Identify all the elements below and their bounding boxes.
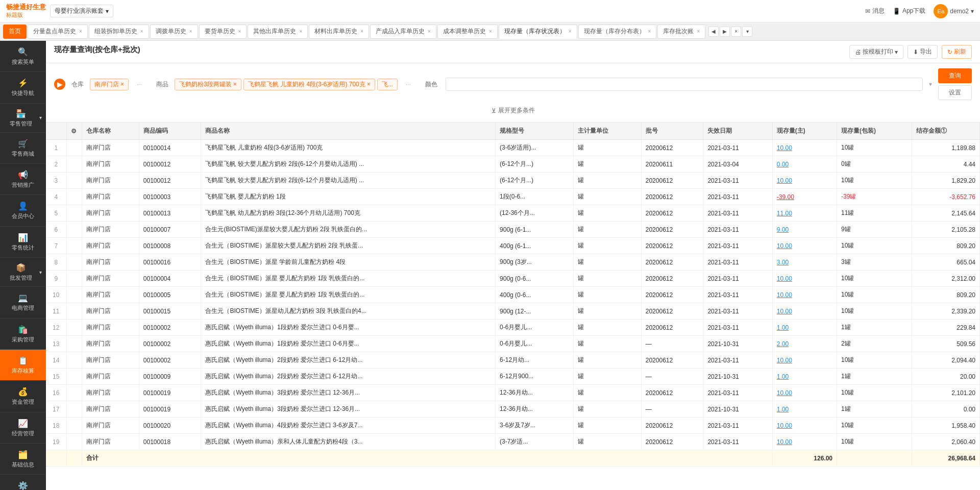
user-area[interactable]: Ea demo2 ▾ — [934, 4, 974, 18]
cell-stock-main[interactable]: 9.00 — [772, 222, 837, 238]
sidebar-item-member[interactable]: 👤 会员中心 — [0, 195, 46, 226]
cell-stock-pkg: 11罐 — [837, 205, 912, 222]
sidebar-item-wholesale[interactable]: 📦 批发管理 ▾ — [0, 258, 46, 287]
sidebar-item-retail-shop[interactable]: 🛒 零售商城 — [0, 133, 46, 164]
tab-requisition[interactable]: 要货单历史 × — [199, 24, 247, 39]
cell-stock-main[interactable]: -39.00 — [772, 189, 837, 205]
close-icon[interactable]: × — [360, 29, 363, 34]
expand-arrow-btn[interactable]: ▶ — [54, 79, 65, 90]
cell-stock-main[interactable]: 10.00 — [772, 173, 837, 189]
color-filter-label: 颜色 — [425, 80, 437, 89]
refresh-label: 刷新 — [954, 47, 966, 56]
tab-close-btn[interactable]: × — [731, 27, 741, 37]
sidebar-item-retail[interactable]: 🏪 零售管理 ▾ — [0, 104, 46, 133]
sidebar-item-purchase[interactable]: 🛍️ 采购管理 — [0, 318, 46, 350]
cell-product-code: 00100002 — [139, 320, 201, 336]
cell-spec: 900g (0-6... — [496, 271, 574, 287]
username: demo2 — [950, 8, 969, 15]
cell-stock-main[interactable]: 10.00 — [772, 418, 837, 434]
tab-menu-btn[interactable]: ▾ — [742, 27, 752, 37]
message-btn[interactable]: ✉ 消息 — [865, 7, 885, 15]
tab-disassemble[interactable]: 组装拆卸单历史 × — [89, 24, 149, 39]
cell-stock-main[interactable]: 3.00 — [772, 254, 837, 271]
cell-stock-main[interactable]: 10.00 — [772, 303, 837, 320]
cell-setting — [66, 156, 82, 173]
close-icon[interactable]: × — [238, 29, 241, 34]
tab-inventory-dist[interactable]: 现存量（库存分布表） × — [578, 24, 657, 39]
cell-unit: 罐 — [573, 140, 641, 156]
setting-button[interactable]: 设置 — [938, 85, 972, 100]
tab-batch-voucher[interactable]: 库存批次账 × — [657, 24, 705, 39]
close-icon[interactable]: × — [140, 29, 143, 34]
color-dropdown-icon[interactable]: ▾ — [929, 81, 932, 88]
operations-icon: 📈 — [18, 419, 28, 428]
warehouse-tag-close-icon[interactable]: × — [120, 81, 124, 88]
product-tag-0[interactable]: 飞鹤奶粉3段两罐装 × — [175, 79, 241, 90]
close-icon[interactable]: × — [189, 29, 192, 34]
cell-stock-main[interactable]: 10.00 — [772, 287, 837, 303]
cell-stock-main[interactable]: 11.00 — [772, 205, 837, 222]
cell-unit: 罐 — [573, 352, 641, 369]
product-tag-more[interactable]: 飞... — [377, 79, 398, 90]
product-tag-1-close[interactable]: × — [367, 81, 371, 88]
sidebar-item-system[interactable]: ⚙️ 系统管理 — [0, 475, 46, 490]
tab-next-btn[interactable]: ▶ — [720, 27, 730, 37]
cell-stock-main[interactable]: 10.00 — [772, 385, 837, 401]
cell-stock-main[interactable]: 1.00 — [772, 320, 837, 336]
close-icon[interactable]: × — [299, 29, 302, 34]
refresh-btn[interactable]: ↻ 刷新 — [942, 45, 972, 59]
cell-stock-main[interactable]: 10.00 — [772, 352, 837, 369]
cell-spec: 12-36月幼... — [496, 385, 574, 401]
tab-material-outbound[interactable]: 材料出库单历史 × — [309, 24, 369, 39]
sidebar-item-basic[interactable]: 🗂️ 基础信息 — [0, 444, 46, 475]
app-download-btn[interactable]: 📱 App下载 — [893, 7, 925, 15]
sidebar-item-ecommerce[interactable]: 💻 电商管理 — [0, 287, 46, 318]
cell-index: 6 — [46, 222, 66, 238]
sidebar-item-retail-stats[interactable]: 📊 零售统计 — [0, 227, 46, 258]
export-btn[interactable]: ⬇ 导出 — [908, 45, 938, 59]
tab-product-inbound[interactable]: 产成品入库单历史 × — [370, 24, 436, 39]
cell-stock-main[interactable]: 1.00 — [772, 401, 837, 418]
sidebar-item-finance[interactable]: 💰 资金管理 — [0, 381, 46, 412]
sidebar-item-quicknav[interactable]: ⚡ 快捷导航 — [0, 72, 46, 103]
print-template-btn[interactable]: 🖨 按模板打印 ▾ — [849, 45, 903, 59]
cell-stock-main[interactable]: 10.00 — [772, 140, 837, 156]
message-label: 消息 — [872, 7, 885, 15]
cell-balance: 809.20 — [912, 238, 979, 254]
sidebar-item-operations[interactable]: 📈 经营管理 — [0, 412, 46, 444]
sidebar-item-inventory[interactable]: 📋 库存核算 — [0, 350, 46, 381]
cell-unit: 罐 — [573, 287, 641, 303]
close-icon[interactable]: × — [648, 29, 651, 34]
cell-stock-main[interactable]: 0.00 — [772, 156, 837, 173]
tab-inventory-status[interactable]: 现存量（库存状况表） × — [499, 24, 577, 39]
col-setting[interactable]: ⚙ — [66, 122, 82, 140]
tab-home[interactable]: 首页 — [3, 24, 27, 39]
cell-setting — [66, 303, 82, 320]
close-icon[interactable]: × — [697, 29, 700, 34]
query-button[interactable]: 查询 — [938, 68, 972, 83]
tab-cost-adjust[interactable]: 成本调整单历史 × — [437, 24, 498, 39]
tab-prev-btn[interactable]: ◀ — [708, 27, 719, 37]
tab-picking[interactable]: 调拨单历史 × — [150, 24, 198, 39]
tab-split-inventory[interactable]: 分量盘点单历史 × — [28, 24, 88, 39]
cell-stock-main[interactable]: 2.00 — [772, 336, 837, 352]
close-icon[interactable]: × — [489, 29, 492, 34]
close-icon[interactable]: × — [428, 29, 431, 34]
tab-other-outbound[interactable]: 其他出库单历史 × — [248, 24, 308, 39]
cell-stock-main[interactable]: 10.00 — [772, 434, 837, 450]
product-tag-0-close[interactable]: × — [233, 81, 237, 88]
warehouse-tag-0[interactable]: 南岸门店 × — [90, 79, 129, 90]
sidebar-item-marketing[interactable]: 📢 营销推广 — [0, 164, 46, 195]
cell-stock-main[interactable]: 10.00 — [772, 271, 837, 287]
sidebar-item-search[interactable]: 🔍 搜索英单 — [0, 41, 46, 72]
expand-more-btn[interactable]: ⊻ 展开更多条件 — [54, 104, 972, 117]
close-icon[interactable]: × — [569, 29, 572, 34]
cell-stock-main[interactable]: 1.00 — [772, 369, 837, 385]
col-stock-pkg: 现存量(包装) — [837, 122, 912, 140]
cell-stock-main[interactable]: 10.00 — [772, 238, 837, 254]
close-icon[interactable]: × — [79, 29, 82, 34]
color-input[interactable] — [446, 78, 923, 91]
product-tag-1[interactable]: 飞鹤星飞帆 儿童奶粉 4段(3-6岁适用) 700克 × — [243, 79, 375, 90]
app-download-label: App下载 — [902, 7, 925, 15]
org-selector[interactable]: 母婴行业演示账套 ▾ — [50, 5, 113, 17]
